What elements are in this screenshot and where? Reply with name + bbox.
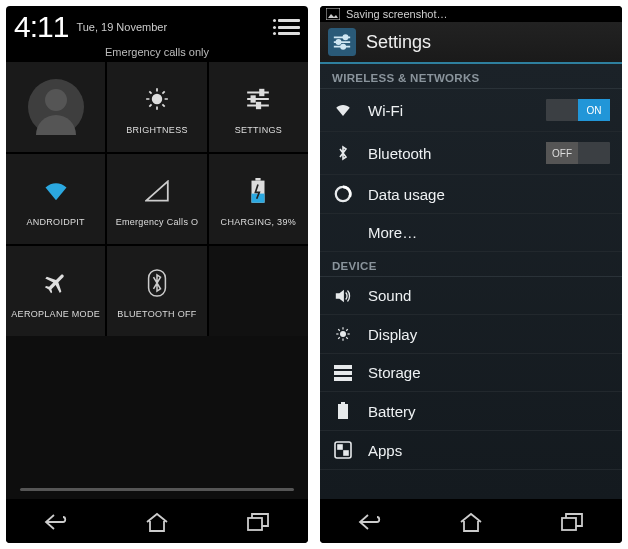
row-label: Sound xyxy=(368,287,610,304)
battery-charging-icon xyxy=(250,171,266,211)
sound-icon xyxy=(332,288,354,304)
user-tile[interactable] xyxy=(6,62,105,152)
tile-label: ANDROIDPIT xyxy=(26,217,85,227)
svg-line-34 xyxy=(338,329,340,331)
section-wireless-networks: WIRELESS & NETWORKS xyxy=(320,64,622,89)
svg-line-6 xyxy=(162,104,164,106)
row-display[interactable]: Display xyxy=(320,315,622,354)
status-bar: Saving screenshot… xyxy=(320,6,622,22)
row-label: Display xyxy=(368,326,610,343)
back-button[interactable] xyxy=(356,508,384,536)
row-label: More… xyxy=(368,224,610,241)
row-battery[interactable]: Battery xyxy=(320,392,622,431)
row-label: Bluetooth xyxy=(368,145,546,162)
bluetooth-icon xyxy=(332,144,354,162)
tile-label: BLUETOOTH OFF xyxy=(117,309,196,319)
row-data-usage[interactable]: Data usage xyxy=(320,175,622,214)
bluetooth-tile[interactable]: BLUETOOTH OFF xyxy=(107,246,206,336)
settings-header: Settings xyxy=(320,22,622,64)
brightness-icon xyxy=(144,79,170,119)
signal-tile[interactable]: Emergency Calls O xyxy=(107,154,206,244)
row-more[interactable]: More… xyxy=(320,214,622,252)
svg-point-25 xyxy=(343,35,347,39)
home-button[interactable] xyxy=(143,508,171,536)
svg-line-36 xyxy=(338,337,340,339)
wifi-tile[interactable]: ANDROIDPIT xyxy=(6,154,105,244)
svg-rect-12 xyxy=(252,96,255,101)
wifi-icon xyxy=(42,171,70,211)
svg-line-8 xyxy=(162,91,164,93)
storage-icon xyxy=(332,365,354,381)
wifi-icon xyxy=(332,103,354,117)
home-button[interactable] xyxy=(457,508,485,536)
sliders-icon xyxy=(245,79,271,119)
svg-rect-16 xyxy=(256,178,261,181)
svg-rect-14 xyxy=(257,103,260,108)
navigation-bar xyxy=(320,499,622,543)
tile-label: SETTINGS xyxy=(235,125,282,135)
battery-icon xyxy=(332,402,354,420)
svg-rect-46 xyxy=(562,518,576,530)
svg-rect-45 xyxy=(344,451,348,455)
page-title: Settings xyxy=(366,32,431,53)
empty-tile xyxy=(209,246,308,336)
section-device: DEVICE xyxy=(320,252,622,277)
wifi-toggle[interactable]: ON xyxy=(546,99,610,121)
recent-apps-button[interactable] xyxy=(244,508,272,536)
tile-label: BRIGHTNESS xyxy=(126,125,188,135)
panel-handle[interactable] xyxy=(20,488,294,491)
date-label: Tue, 19 November xyxy=(76,21,167,33)
svg-point-29 xyxy=(340,331,346,337)
svg-line-35 xyxy=(346,337,348,339)
svg-rect-19 xyxy=(248,518,262,530)
svg-rect-44 xyxy=(338,445,342,449)
svg-rect-10 xyxy=(260,90,263,95)
row-label: Storage xyxy=(368,364,610,381)
saving-label: Saving screenshot… xyxy=(346,8,448,20)
settings-list[interactable]: WIRELESS & NETWORKS Wi-Fi ON Bluetooth O… xyxy=(320,64,622,499)
settings-tile[interactable]: SETTINGS xyxy=(209,62,308,152)
brightness-tile[interactable]: BRIGHTNESS xyxy=(107,62,206,152)
svg-point-0 xyxy=(153,95,162,104)
svg-rect-39 xyxy=(334,371,352,375)
recent-apps-button[interactable] xyxy=(558,508,586,536)
row-wifi[interactable]: Wi-Fi ON xyxy=(320,89,622,132)
tile-label: Emergency Calls O xyxy=(116,217,199,227)
svg-rect-42 xyxy=(341,402,345,404)
navigation-bar xyxy=(6,499,308,543)
svg-rect-41 xyxy=(338,404,348,419)
svg-point-26 xyxy=(336,40,340,44)
row-bluetooth[interactable]: Bluetooth OFF xyxy=(320,132,622,175)
quick-settings-screen: 4:11 Tue, 19 November Emergency calls on… xyxy=(6,6,308,543)
emergency-banner: Emergency calls only xyxy=(6,46,308,62)
row-label: Wi-Fi xyxy=(368,102,546,119)
row-apps[interactable]: Apps xyxy=(320,431,622,470)
clock: 4:11 xyxy=(14,10,68,44)
row-label: Apps xyxy=(368,442,610,459)
user-avatar-icon xyxy=(28,79,84,135)
display-icon xyxy=(332,325,354,343)
bluetooth-icon xyxy=(147,263,167,303)
row-storage[interactable]: Storage xyxy=(320,354,622,392)
quick-settings-grid: BRIGHTNESS SETTINGS ANDROIDPIT Emergency… xyxy=(6,62,308,336)
data-usage-icon xyxy=(332,185,354,203)
settings-screen: Saving screenshot… Settings WIRELESS & N… xyxy=(320,6,622,543)
row-label: Battery xyxy=(368,403,610,420)
svg-line-37 xyxy=(346,329,348,331)
image-icon xyxy=(326,8,340,20)
svg-line-5 xyxy=(149,91,151,93)
airplane-tile[interactable]: AEROPLANE MODE xyxy=(6,246,105,336)
airplane-icon xyxy=(43,263,69,303)
back-button[interactable] xyxy=(42,508,70,536)
svg-line-7 xyxy=(149,104,151,106)
status-bar: 4:11 Tue, 19 November xyxy=(6,6,308,46)
battery-tile[interactable]: CHARGING, 39% xyxy=(209,154,308,244)
signal-icon xyxy=(145,171,169,211)
row-label: Data usage xyxy=(368,186,610,203)
tile-label: CHARGING, 39% xyxy=(221,217,296,227)
apps-icon xyxy=(332,441,354,459)
row-sound[interactable]: Sound xyxy=(320,277,622,315)
svg-rect-40 xyxy=(334,377,352,381)
notifications-toggle-icon[interactable] xyxy=(278,19,300,35)
bluetooth-toggle[interactable]: OFF xyxy=(546,142,610,164)
